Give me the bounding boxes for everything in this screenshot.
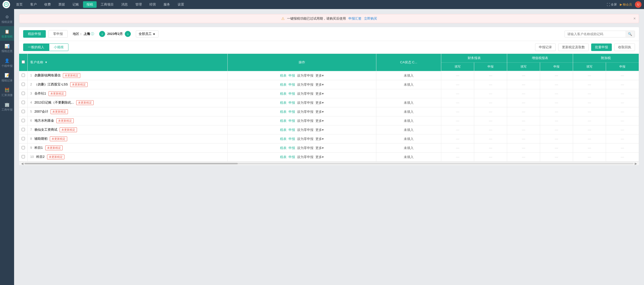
date-next-btn[interactable]: › — [125, 31, 131, 37]
nav-invoice[interactable]: 票据 — [55, 1, 68, 8]
region-info-icon[interactable]: ⓘ — [91, 32, 94, 36]
row-checkbox-6[interactable] — [22, 128, 25, 131]
nav-message[interactable]: 消息 — [118, 1, 131, 8]
sidebar-item-tax-overview[interactable]: 📊 报税总览 — [0, 41, 14, 55]
banner-link-submit[interactable]: 申报汇签 — [348, 16, 361, 21]
op-link-1[interactable]: 申报 — [288, 92, 296, 96]
op-link-2[interactable]: 设为零申报 — [296, 155, 314, 159]
sidebar-item-business-report[interactable]: 🏢 工商年报 — [0, 99, 14, 114]
nav-accounting[interactable]: 记账 — [69, 1, 83, 8]
op-link-2[interactable]: 设为零申报 — [296, 74, 314, 77]
op-link-3[interactable]: 更多▾ — [314, 74, 325, 77]
row-finance-declare: — — [474, 144, 507, 153]
nav-settings[interactable]: 设置 — [174, 1, 188, 8]
nav-billing[interactable]: 收费 — [41, 1, 54, 8]
op-link-1[interactable]: 申报 — [288, 110, 296, 114]
op-link-0[interactable]: 税表 — [279, 83, 288, 86]
nav-manage[interactable]: 管理 — [132, 1, 145, 8]
op-link-2[interactable]: 设为零申报 — [296, 128, 314, 132]
tab-tax-declare[interactable]: 税款申报 — [23, 30, 46, 38]
declare-record-btn[interactable]: 申报记录 — [535, 43, 556, 51]
row-ca-status: 未填入 — [376, 107, 441, 116]
sidebar-item-personal-tax[interactable]: 👤 个税申报 — [0, 56, 14, 70]
row-checkbox-0[interactable] — [22, 74, 25, 77]
op-link-0[interactable]: 税表 — [279, 137, 288, 141]
sidebar-item-batch-tax[interactable]: 📋 批量报税 — [0, 26, 14, 41]
op-link-0[interactable]: 税表 — [279, 128, 288, 132]
batch-declare-btn[interactable]: 批量申报 — [591, 43, 612, 51]
row-checkbox-4[interactable] — [22, 110, 25, 113]
row-tax-declare: — — [540, 153, 573, 162]
op-link-0[interactable]: 税表 — [279, 101, 288, 105]
user-avatar[interactable]: U — [635, 1, 641, 8]
op-link-0[interactable]: 税表 — [279, 155, 288, 159]
row-checkbox-7[interactable] — [22, 137, 25, 140]
op-link-3[interactable]: 更多▾ — [314, 128, 325, 132]
banner-close-btn[interactable]: × — [633, 16, 636, 21]
row-checkbox-5[interactable] — [22, 119, 25, 122]
nav-service[interactable]: 服务 — [160, 1, 174, 8]
op-link-3[interactable]: 更多▾ — [314, 110, 325, 114]
nav-home[interactable]: 首页 — [13, 1, 26, 8]
tab-zero-declare[interactable]: 零申报 — [48, 30, 68, 38]
op-link-0[interactable]: 税表 — [279, 110, 288, 114]
sidebar-item-settlement[interactable]: 🧮 汇算清缴 — [0, 85, 14, 99]
op-link-1[interactable]: 申报 — [288, 146, 296, 150]
op-link-2[interactable]: 设为零申报 — [296, 146, 314, 150]
row-checkbox-2[interactable] — [22, 92, 25, 95]
op-link-1[interactable]: 申报 — [288, 74, 296, 77]
nav-operate[interactable]: 经营 — [146, 1, 159, 8]
op-link-0[interactable]: 税表 — [279, 74, 288, 77]
search-button[interactable]: 🔍 — [625, 31, 635, 37]
nav-business[interactable]: 工商项目 — [97, 1, 117, 8]
name-sort-icon[interactable]: ▾ — [45, 60, 47, 64]
retrieve-receipt-btn[interactable]: 收取回执 — [614, 43, 635, 51]
fullscreen-btn[interactable]: ⛶ 全屏 — [607, 3, 617, 7]
staff-selector[interactable]: 全部员工 ▾ — [136, 30, 158, 37]
nav-tax[interactable]: 报税 — [83, 1, 97, 8]
op-link-2[interactable]: 设为零申报 — [296, 83, 314, 86]
scroll-left-icon[interactable]: ◀ — [21, 162, 23, 165]
op-link-3[interactable]: 更多▾ — [314, 146, 325, 150]
op-link-0[interactable]: 税表 — [279, 146, 288, 150]
date-prev-btn[interactable]: ‹ — [99, 31, 105, 37]
op-link-2[interactable]: 设为零申报 — [296, 110, 314, 114]
op-link-2[interactable]: 设为零申报 — [296, 92, 314, 96]
op-link-0[interactable]: 税表 — [279, 119, 288, 123]
row-checkbox-1[interactable] — [22, 83, 25, 86]
select-all-checkbox[interactable] — [22, 60, 25, 64]
op-link-1[interactable]: 申报 — [288, 119, 296, 123]
update-tax-btn[interactable]: 更新税定及取数 — [558, 43, 589, 51]
row-tax-declare: — — [540, 134, 573, 144]
row-checkbox-8[interactable] — [22, 146, 25, 149]
op-link-3[interactable]: 更多▾ — [314, 119, 325, 123]
scroll-track[interactable] — [24, 163, 634, 164]
scroll-right-icon[interactable]: ▶ — [635, 162, 637, 165]
tab-general-taxpayer[interactable]: 一般的税人 — [23, 43, 49, 51]
op-link-3[interactable]: 更多▾ — [314, 155, 325, 159]
nav-customer[interactable]: 客户 — [27, 1, 40, 8]
tab-small-scale[interactable]: 小规模 — [49, 43, 68, 51]
row-add-fill: — — [573, 71, 606, 80]
op-link-1[interactable]: 申报 — [288, 137, 296, 141]
op-link-3[interactable]: 更多▾ — [314, 101, 325, 105]
row-checkbox-9[interactable] — [22, 155, 25, 158]
row-checkbox-3[interactable] — [22, 101, 25, 104]
op-link-1[interactable]: 申报 — [288, 128, 296, 132]
op-link-0[interactable]: 税表 — [279, 92, 288, 96]
op-link-2[interactable]: 设为零申报 — [296, 101, 314, 105]
sidebar-item-tax-record[interactable]: 📝 报税记录 — [0, 70, 14, 85]
sidebar-item-tax-settings[interactable]: ⚙ 报税设置 — [0, 12, 14, 26]
search-input[interactable] — [565, 31, 625, 37]
op-link-1[interactable]: 申报 — [288, 83, 296, 86]
op-link-3[interactable]: 更多▾ — [314, 137, 325, 141]
app-logo[interactable] — [3, 1, 10, 8]
op-link-2[interactable]: 设为零申报 — [296, 119, 314, 123]
op-link-1[interactable]: 申报 — [288, 155, 296, 159]
upgrade-btn[interactable]: ▶ 畅会员 — [620, 3, 632, 7]
op-link-2[interactable]: 设为零申报 — [296, 137, 314, 141]
op-link-3[interactable]: 更多▾ — [314, 92, 325, 96]
op-link-1[interactable]: 申报 — [288, 101, 296, 105]
banner-link-buy[interactable]: 立即购买 — [364, 16, 377, 21]
op-link-3[interactable]: 更多▾ — [314, 83, 325, 86]
